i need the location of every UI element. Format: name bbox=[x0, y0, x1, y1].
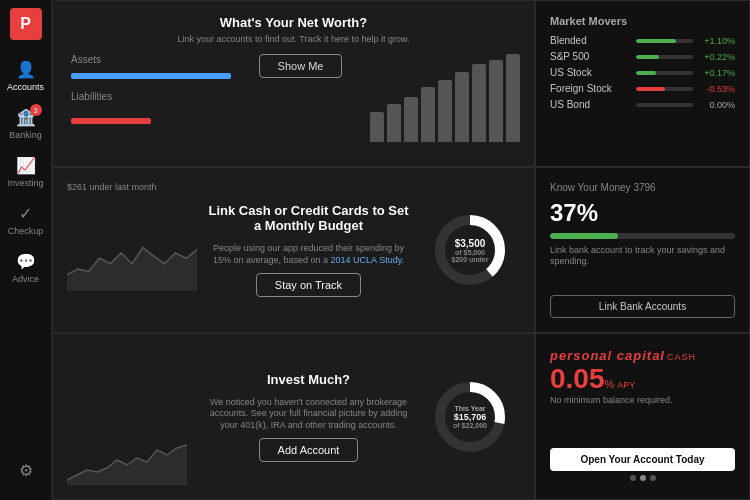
invest-year-label: This Year bbox=[453, 405, 487, 412]
open-account-button[interactable]: Open Your Account Today bbox=[550, 448, 735, 471]
pc-rate-row: 0.05 % APY bbox=[550, 363, 735, 395]
market-bar-blended bbox=[636, 39, 693, 43]
pc-dot-3 bbox=[650, 475, 656, 481]
cash-subtitle: People using our app reduced their spend… bbox=[207, 243, 410, 266]
bar-2 bbox=[387, 104, 401, 142]
link-bank-accounts-button[interactable]: Link Bank Accounts bbox=[550, 295, 735, 318]
grid-container: What's Your Net Worth? Link your account… bbox=[52, 0, 750, 500]
sidebar-item-accounts[interactable]: 👤 Accounts bbox=[0, 52, 51, 100]
bar-6 bbox=[455, 72, 469, 142]
know-progress-bar bbox=[550, 233, 735, 239]
invest-right: This Year $15,706 of $22,000 bbox=[420, 348, 520, 485]
assets-bar bbox=[71, 73, 231, 79]
pc-rate-value: 0.05 bbox=[550, 363, 605, 395]
invest-title: Invest Much? bbox=[267, 372, 350, 387]
show-me-button[interactable]: Show Me bbox=[259, 54, 343, 78]
banking-badge: 3 bbox=[30, 104, 42, 116]
cash-card: $261 under last month Link Cash or Credi… bbox=[52, 167, 535, 334]
market-fill-blended bbox=[636, 39, 676, 43]
donut-label: $3,500 of $5,000 $200 under bbox=[452, 237, 489, 262]
know-title: Know Your Money 3796 bbox=[550, 182, 735, 193]
cash-left: $261 under last month bbox=[67, 182, 197, 319]
market-name-sp500: S&P 500 bbox=[550, 51, 630, 62]
know-progress-fill bbox=[550, 233, 618, 239]
market-movers-card: Market Movers Blended +1.10% S&P 500 +0.… bbox=[535, 0, 750, 167]
cash-center: Link Cash or Credit Cards to Set a Month… bbox=[197, 182, 420, 319]
accounts-icon: 👤 bbox=[16, 60, 36, 79]
bar-7 bbox=[472, 64, 486, 142]
net-worth-left: Assets Liabilities bbox=[67, 54, 231, 142]
invest-card: Invest Much? We noticed you haven't conn… bbox=[52, 333, 535, 500]
net-worth-title: What's Your Net Worth? bbox=[220, 15, 368, 30]
banking-icon: 🏦 3 bbox=[16, 108, 36, 127]
know-money-card: Know Your Money 3796 37% Link bank accou… bbox=[535, 167, 750, 334]
pc-apy: APY bbox=[617, 380, 635, 390]
market-name-blended: Blended bbox=[550, 35, 630, 46]
net-worth-center: Show Me bbox=[231, 54, 370, 142]
cash-title: Link Cash or Credit Cards to Set a Month… bbox=[207, 203, 410, 233]
app-logo: P bbox=[10, 8, 42, 40]
invest-donut-label: This Year $15,706 of $22,000 bbox=[453, 405, 487, 429]
invest-center: Invest Much? We noticed you haven't conn… bbox=[197, 348, 420, 485]
bar-5 bbox=[438, 80, 452, 142]
market-fill-sp500 bbox=[636, 55, 659, 59]
market-name-foreign: Foreign Stock bbox=[550, 83, 630, 94]
market-row-blended: Blended +1.10% bbox=[550, 35, 735, 46]
market-val-blended: +1.10% bbox=[699, 36, 735, 46]
pc-dot-1 bbox=[630, 475, 636, 481]
donut-under: $200 under bbox=[452, 255, 489, 262]
invest-left bbox=[67, 348, 197, 485]
cash-under-label: $261 under last month bbox=[67, 182, 197, 192]
know-number: 3796 bbox=[633, 182, 655, 193]
pc-dot-2 bbox=[640, 475, 646, 481]
sidebar-label-advice: Advice bbox=[12, 274, 39, 284]
pc-no-min: No minimum balance required. bbox=[550, 395, 735, 407]
invest-subtitle: We noticed you haven't connected any bro… bbox=[207, 397, 410, 432]
sidebar-item-investing[interactable]: 📈 Investing bbox=[0, 148, 51, 196]
sidebar-label-checkup: Checkup bbox=[8, 226, 44, 236]
pc-dots bbox=[550, 471, 735, 485]
invest-sparkline bbox=[67, 430, 187, 485]
market-row-usbond: US Bond 0.00% bbox=[550, 99, 735, 110]
market-bar-usbond bbox=[636, 103, 693, 107]
know-percent: 37% bbox=[550, 199, 735, 227]
market-val-usbond: 0.00% bbox=[699, 100, 735, 110]
market-bar-sp500 bbox=[636, 55, 693, 59]
cash-right: $3,500 of $5,000 $200 under bbox=[420, 182, 520, 319]
liabilities-bar bbox=[71, 118, 151, 124]
market-bar-usstock bbox=[636, 71, 693, 75]
pc-brand-suffix: CASH bbox=[667, 352, 696, 362]
bar-8 bbox=[489, 60, 503, 142]
know-desc: Link bank account to track your savings … bbox=[550, 245, 735, 268]
donut-amount: $3,500 bbox=[452, 237, 489, 248]
checkup-icon: ✓ bbox=[19, 204, 32, 223]
bar-4 bbox=[421, 87, 435, 142]
assets-label: Assets bbox=[71, 54, 231, 65]
market-bar-foreign bbox=[636, 87, 693, 91]
main-content: What's Your Net Worth? Link your account… bbox=[52, 0, 750, 500]
sidebar-item-advice[interactable]: 💬 Advice bbox=[0, 244, 51, 292]
cash-donut: $3,500 of $5,000 $200 under bbox=[430, 210, 510, 290]
donut-of: of $5,000 bbox=[452, 248, 489, 255]
sidebar-label-accounts: Accounts bbox=[7, 82, 44, 92]
bar-9 bbox=[506, 54, 520, 142]
cash-link[interactable]: 2014 UCLA Study. bbox=[331, 255, 404, 265]
sidebar-item-checkup[interactable]: ✓ Checkup bbox=[0, 196, 51, 244]
pc-brand-row: personal capital CASH bbox=[550, 348, 735, 363]
market-val-sp500: +0.22% bbox=[699, 52, 735, 62]
sidebar-item-settings[interactable]: ⚙ bbox=[15, 453, 37, 488]
sidebar-item-banking[interactable]: 🏦 3 Banking bbox=[0, 100, 51, 148]
net-worth-card: What's Your Net Worth? Link your account… bbox=[52, 0, 535, 167]
invest-donut: This Year $15,706 of $22,000 bbox=[430, 377, 510, 457]
pc-brand-name: personal capital bbox=[550, 348, 665, 363]
stay-on-track-button[interactable]: Stay on Track bbox=[256, 273, 361, 297]
sidebar: P 👤 Accounts 🏦 3 Banking 📈 Investing ✓ C… bbox=[0, 0, 52, 500]
pc-cash-card: personal capital CASH 0.05 % APY No mini… bbox=[535, 333, 750, 500]
market-fill-foreign bbox=[636, 87, 665, 91]
market-fill-usstock bbox=[636, 71, 656, 75]
add-account-button[interactable]: Add Account bbox=[259, 438, 359, 462]
market-row-sp500: S&P 500 +0.22% bbox=[550, 51, 735, 62]
sidebar-bottom: ⚙ bbox=[15, 453, 37, 500]
market-val-usstock: +0.17% bbox=[699, 68, 735, 78]
sidebar-label-investing: Investing bbox=[7, 178, 43, 188]
